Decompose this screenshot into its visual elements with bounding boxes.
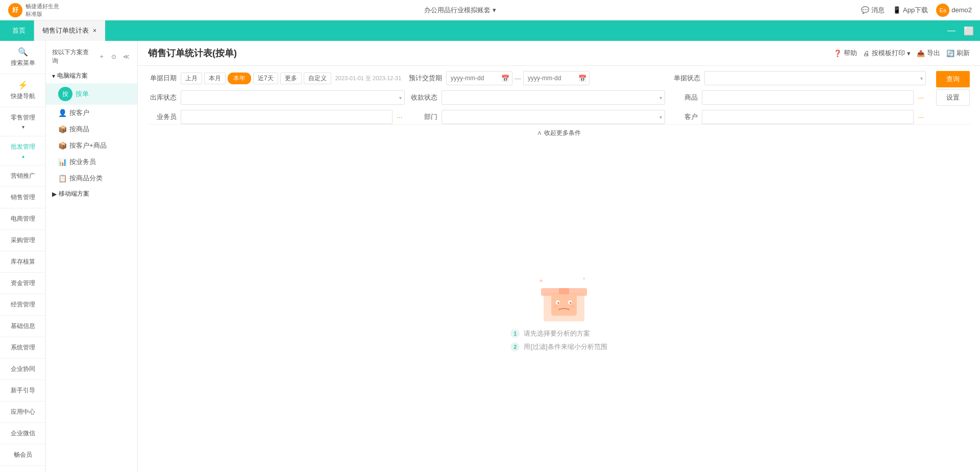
date-btn-this-year[interactable]: 本年: [228, 73, 251, 84]
top-bar-left: 好 畅捷通好生意 标准版: [8, 3, 59, 17]
customer-product-scheme-icon: 📦: [58, 141, 66, 150]
avatar: Ea: [936, 4, 949, 17]
scheme-item-by-order[interactable]: 按 按单: [46, 83, 137, 105]
scheme-item-by-customer[interactable]: 👤 按客户: [46, 105, 137, 121]
payment-status-wrapper: ▾: [442, 90, 666, 105]
empty-illustration: ✦ ✦: [533, 268, 584, 319]
collapse-bar[interactable]: ∧ 收起更多条件: [148, 124, 970, 141]
date-btn-more[interactable]: 更多: [280, 73, 302, 84]
empty-hint-item-1: 1 请先选择要分析的方案: [510, 329, 607, 338]
sidebar-item-system[interactable]: 系统管理: [0, 337, 45, 359]
sidebar-item-finance[interactable]: 资金管理: [0, 273, 45, 294]
date-btn-last-month[interactable]: 上月: [181, 73, 202, 84]
tab-sales-order[interactable]: 销售订单统计表 ×: [34, 20, 105, 41]
template-print-btn[interactable]: 🖨 按模板打印 ▾: [863, 49, 911, 58]
delivery-status-wrapper: ▾: [181, 90, 405, 105]
tab-bar: 首页 销售订单统计表 × — ⬜: [0, 20, 980, 41]
payment-status-label: 收款状态: [409, 93, 437, 102]
delivery-status-select[interactable]: [181, 90, 405, 105]
user-area[interactable]: Ea demo2: [936, 4, 972, 17]
scheme-group-pc-arrow: ▾: [52, 73, 55, 80]
scheme-item-by-product[interactable]: 📦 按商品: [46, 121, 137, 137]
sidebar-item-member[interactable]: 畅会员: [0, 444, 45, 466]
salesperson-scheme-icon: 📊: [58, 158, 66, 166]
sidebar-item-retail[interactable]: 零售管理 ▾: [0, 107, 45, 136]
app-download-btn[interactable]: 📱 App下载: [893, 6, 928, 15]
sidebar-item-inventory[interactable]: 库存核算: [0, 251, 45, 273]
refresh-btn[interactable]: 🔄 刷新: [946, 49, 970, 58]
salesperson-ellipsis-btn[interactable]: ···: [395, 113, 405, 121]
dropdown-icon[interactable]: ▾: [493, 6, 496, 14]
tab-actions: — ⬜: [945, 24, 976, 38]
sidebar-item-wholesale[interactable]: 批发管理 ▴: [0, 136, 45, 166]
settings-btn[interactable]: 设置: [936, 89, 970, 106]
scheme-item-by-category[interactable]: 📋 按商品分类: [46, 170, 137, 186]
expected-date-from-input[interactable]: [446, 71, 512, 85]
retail-arrow-icon: ▾: [22, 124, 24, 130]
sidebar-item-corp-wechat[interactable]: 企业微信: [0, 423, 45, 444]
svg-text:✦: ✦: [582, 276, 586, 281]
tab-home[interactable]: 首页: [4, 20, 34, 41]
scheme-panel-header: 按以下方案查询 + ⊙ ≪: [46, 45, 137, 68]
export-btn[interactable]: 📤 导出: [917, 49, 940, 58]
category-scheme-icon: 📋: [58, 174, 66, 182]
message-btn[interactable]: 💬 消息: [861, 6, 885, 15]
sidebar-item-basics[interactable]: 基础信息: [0, 316, 45, 337]
payment-status-select[interactable]: [442, 90, 666, 105]
scheme-item-by-salesperson[interactable]: 📊 按业务员: [46, 154, 137, 170]
department-wrapper: ▾: [442, 110, 666, 124]
logo-area: 好 畅捷通好生意 标准版: [8, 3, 59, 17]
logo-text: 畅捷通好生意 标准版: [26, 3, 59, 17]
customer-label: 客户: [669, 112, 698, 122]
svg-point-8: [553, 305, 558, 308]
status-select[interactable]: [704, 71, 926, 85]
tab-maximize-btn[interactable]: ⬜: [962, 24, 976, 38]
scheme-edit-btn[interactable]: ⊙: [109, 52, 119, 62]
help-btn[interactable]: ❓ 帮助: [834, 49, 857, 58]
salesperson-input[interactable]: [181, 110, 393, 124]
date-btn-custom[interactable]: 自定义: [304, 73, 331, 84]
sidebar-item-newcomer[interactable]: 新手引导: [0, 380, 45, 402]
date-quick-btns: 上月 本月 本年 近7天 更多 自定义: [181, 73, 331, 84]
sidebar-item-operations[interactable]: 经营管理: [0, 294, 45, 316]
expected-date-label: 预计交货期: [406, 74, 442, 83]
filter-fields: 单据日期 上月 本月 本年 近7天 更多 自定义 20: [148, 71, 926, 124]
customer-ellipsis-btn[interactable]: ···: [916, 113, 926, 121]
sidebar-item-sales[interactable]: 销售管理: [0, 187, 45, 208]
scheme-add-btn[interactable]: +: [96, 52, 107, 62]
product-ellipsis-btn[interactable]: ···: [916, 93, 926, 102]
page-title: 销售订单统计表(按单): [148, 47, 237, 59]
main-content: 销售订单统计表(按单) ❓ 帮助 🖨 按模板打印 ▾ 📤 导出: [138, 41, 980, 472]
svg-point-6: [557, 302, 559, 304]
customer-field-wrapper: ···: [702, 110, 926, 124]
empty-hint: 1 请先选择要分析的方案 2 用[过滤]条件来缩小分析范围: [510, 329, 607, 351]
scheme-panel: 按以下方案查询 + ⊙ ≪ ▾ 电脑端方案 按 按单 👤 按客户 📦: [46, 41, 138, 472]
date-btn-this-month[interactable]: 本月: [204, 73, 226, 84]
svg-point-7: [570, 302, 572, 304]
sidebar-item-purchase[interactable]: 采购管理: [0, 230, 45, 251]
salesperson-label: 业务员: [148, 112, 177, 122]
tab-close-icon[interactable]: ×: [93, 27, 96, 34]
scheme-group-mobile[interactable]: ▶ 移动端方案: [46, 186, 137, 201]
salesperson-field-wrapper: ···: [181, 110, 405, 124]
sidebar-item-search-menu[interactable]: 🔍 搜索菜单: [0, 41, 45, 74]
department-select[interactable]: [442, 110, 666, 124]
sidebar-item-app-center[interactable]: 应用中心: [0, 402, 45, 423]
sidebar-item-ecommerce[interactable]: 电商管理: [0, 208, 45, 230]
top-bar-center[interactable]: 办公用品行业模拟账套 ▾: [424, 6, 496, 15]
product-input[interactable]: [702, 90, 914, 105]
tab-minimize-btn[interactable]: —: [945, 24, 958, 37]
expected-date-to-input[interactable]: [523, 71, 590, 85]
scheme-item-by-customer-product[interactable]: 📦 按客户+商品: [46, 137, 137, 154]
expected-date-from-wrapper: 📅: [446, 71, 512, 85]
scheme-collapse-btn[interactable]: ≪: [121, 52, 131, 62]
sidebar-item-enterprise[interactable]: 企业协同: [0, 359, 45, 380]
date-btn-7days[interactable]: 近7天: [253, 73, 278, 84]
customer-input[interactable]: [702, 110, 914, 124]
sidebar-item-quick-nav[interactable]: ⚡ 快捷导航: [0, 74, 45, 107]
scheme-group-pc[interactable]: ▾ 电脑端方案: [46, 68, 137, 83]
sidebar-item-marketing[interactable]: 营销推广: [0, 166, 45, 187]
query-btn[interactable]: 查询: [936, 71, 970, 87]
date-separator: —: [514, 75, 521, 82]
top-bar: 好 畅捷通好生意 标准版 办公用品行业模拟账套 ▾ 💬 消息 📱 App下载 E…: [0, 0, 980, 20]
